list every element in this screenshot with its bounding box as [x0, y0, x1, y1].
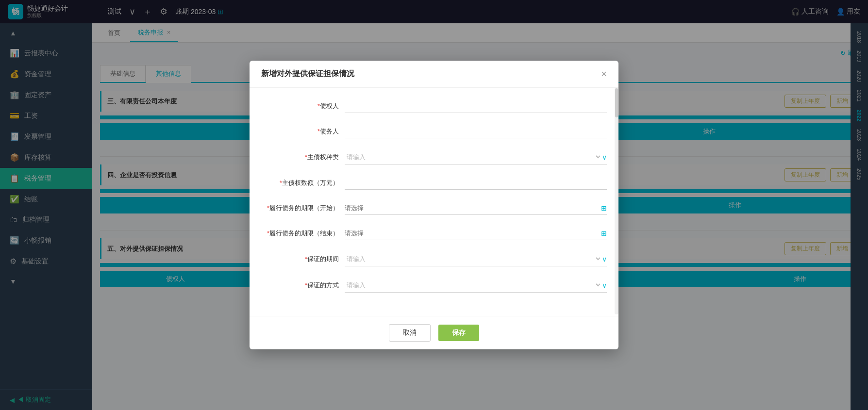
- required-mark: *: [267, 230, 269, 237]
- save-btn[interactable]: 保存: [438, 325, 479, 341]
- select-guarantee-period[interactable]: 请输入: [345, 252, 602, 266]
- label-debt-amount: *主债权数额（万元）: [261, 179, 339, 187]
- input-creditor[interactable]: [345, 99, 607, 113]
- required-mark: *: [317, 102, 320, 110]
- cancel-btn[interactable]: 取消: [389, 324, 431, 342]
- calendar-period-start-icon[interactable]: ⊞: [601, 204, 607, 212]
- dialog-overlay[interactable]: 新增对外提供保证担保情况 × *债权人 *债务人 *主: [0, 0, 868, 410]
- form-row-guarantee-method: *保证的方式 请输入 ∨: [261, 278, 607, 293]
- dialog-title: 新增对外提供保证担保情况: [261, 69, 354, 79]
- required-mark: *: [305, 281, 307, 289]
- label-period-end: *履行债务的期限（结束）: [261, 229, 339, 238]
- select-guarantee-method-wrap: 请输入 ∨: [345, 278, 607, 293]
- dialog-body: *债权人 *债务人 *主债权种类 请输入: [250, 88, 618, 316]
- required-mark: *: [305, 255, 307, 262]
- chevron-guarantee-period-icon: ∨: [602, 255, 607, 263]
- dialog-close-btn[interactable]: ×: [601, 68, 607, 80]
- label-creditor: *债权人: [261, 102, 339, 111]
- input-debtor[interactable]: [345, 125, 607, 138]
- calendar-period-end-icon[interactable]: ⊞: [601, 230, 607, 237]
- input-debt-amount[interactable]: [345, 176, 607, 190]
- dialog-header: 新增对外提供保证担保情况 ×: [250, 61, 618, 88]
- input-period-start[interactable]: [345, 201, 601, 214]
- input-period-end[interactable]: [345, 227, 601, 240]
- date-period-end-wrap: ⊞: [345, 227, 607, 240]
- form-row-period-end: *履行债务的期限（结束） ⊞: [261, 227, 607, 240]
- dialog-scroll-track[interactable]: [615, 88, 618, 314]
- dialog-scroll-thumb: [615, 88, 618, 117]
- label-debt-type: *主债权种类: [261, 153, 339, 162]
- label-guarantee-period: *保证的期间: [261, 255, 339, 263]
- date-period-start-wrap: ⊞: [345, 201, 607, 215]
- chevron-guarantee-method-icon: ∨: [602, 281, 607, 289]
- label-period-start: *履行债务的期限（开始）: [261, 204, 339, 213]
- form-row-debtor: *债务人: [261, 125, 607, 138]
- select-debt-type-wrap: 请输入 ∨: [345, 150, 607, 164]
- form-row-creditor: *债权人: [261, 99, 607, 113]
- select-debt-type[interactable]: 请输入: [345, 150, 602, 164]
- dialog-footer: 取消 保存: [250, 316, 618, 349]
- select-guarantee-period-wrap: 请输入 ∨: [345, 252, 607, 266]
- required-mark: *: [305, 153, 307, 161]
- form-row-debt-amount: *主债权数额（万元）: [261, 176, 607, 190]
- label-guarantee-method: *保证的方式: [261, 281, 339, 290]
- label-debtor: *债务人: [261, 127, 339, 136]
- required-mark: *: [317, 128, 320, 135]
- required-mark: *: [280, 179, 282, 186]
- select-guarantee-method[interactable]: 请输入: [345, 278, 602, 292]
- dialog: 新增对外提供保证担保情况 × *债权人 *债务人 *主: [250, 61, 618, 349]
- form-row-debt-type: *主债权种类 请输入 ∨: [261, 150, 607, 164]
- form-row-period-start: *履行债务的期限（开始） ⊞: [261, 201, 607, 215]
- form-row-guarantee-period: *保证的期间 请输入 ∨: [261, 252, 607, 266]
- required-mark: *: [267, 204, 269, 212]
- chevron-debt-type-icon: ∨: [602, 153, 607, 161]
